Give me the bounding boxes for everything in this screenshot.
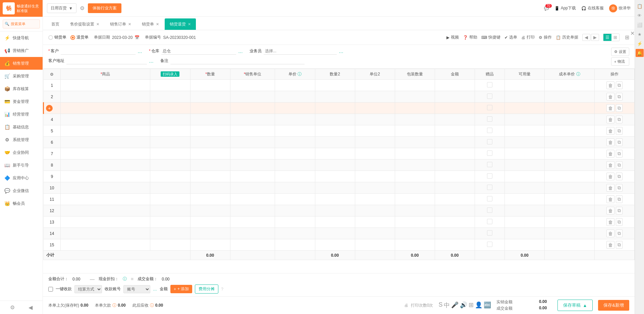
sidebar-item-guide[interactable]: 📖 新手引导	[0, 159, 43, 172]
unit2-input-4[interactable]	[357, 117, 393, 122]
unit2-input-2[interactable]	[357, 95, 393, 99]
row-unit2-14[interactable]	[355, 228, 395, 239]
app-download-link[interactable]: 📱 App下载	[554, 5, 576, 11]
product-input-11[interactable]	[63, 197, 148, 202]
row-delete-7[interactable]: 🗑	[606, 150, 614, 158]
row-unit2-8[interactable]	[355, 160, 395, 171]
pack-input-4[interactable]	[397, 117, 433, 122]
row-unit2-4[interactable]	[355, 114, 395, 125]
row-delete-14[interactable]: 🗑	[606, 230, 614, 237]
unit-input-9[interactable]	[232, 174, 273, 179]
gift-checkbox-10[interactable]	[487, 185, 492, 190]
row-product-7[interactable]	[60, 148, 150, 160]
row-copy-15[interactable]: ⧉	[616, 241, 623, 249]
row-unit-15[interactable]	[230, 239, 275, 251]
row-price-10[interactable]	[275, 182, 315, 194]
row-amount-12[interactable]	[435, 205, 475, 216]
row-pack-10[interactable]	[395, 182, 435, 194]
unit-input-14[interactable]	[232, 231, 273, 236]
row-price-8[interactable]	[275, 160, 315, 171]
amount-input-1[interactable]	[437, 83, 473, 88]
row-unit-6[interactable]	[230, 137, 275, 148]
sidebar-item-basics[interactable]: 📋 基础信息	[0, 121, 43, 133]
save-draft-button[interactable]: 保存草稿 ▲	[557, 300, 593, 311]
qty-input-5[interactable]	[193, 129, 228, 133]
row-amount-8[interactable]	[435, 160, 475, 171]
row-unit-3[interactable]	[230, 103, 275, 114]
row-price-14[interactable]	[275, 228, 315, 239]
row-qty-6[interactable]	[190, 137, 230, 148]
remark-input[interactable]	[170, 57, 305, 64]
pack-input-11[interactable]	[397, 197, 433, 202]
product-input-7[interactable]	[63, 151, 148, 156]
salesperson-input[interactable]	[264, 48, 337, 55]
amount-input-13[interactable]	[437, 220, 473, 225]
row-product-12[interactable]	[60, 205, 150, 216]
gift-checkbox-1[interactable]	[487, 82, 492, 87]
header-action-history[interactable]: 📋 历史单据	[556, 35, 578, 40]
row-pack-13[interactable]	[395, 216, 435, 228]
header-action-help[interactable]: ❓ 帮助	[463, 35, 477, 40]
scan-input-button[interactable]: 扫码录入	[161, 71, 179, 77]
price-input-10[interactable]	[277, 186, 313, 190]
row-pack-14[interactable]	[395, 228, 435, 239]
unit-input-11[interactable]	[232, 197, 273, 202]
account-select[interactable]: 账号	[123, 285, 150, 293]
unit-input-8[interactable]	[232, 163, 273, 168]
row-price-13[interactable]	[275, 216, 315, 228]
row-amount-3[interactable]	[435, 103, 475, 114]
row-copy-12[interactable]: ⧉	[616, 207, 623, 214]
gift-checkbox-9[interactable]	[487, 173, 492, 179]
qty2-input-13[interactable]	[317, 220, 353, 225]
row-copy-11[interactable]: ⧉	[616, 195, 623, 203]
tab-close-sale-order[interactable]: ✕	[128, 22, 131, 26]
row-unit2-5[interactable]	[355, 125, 395, 137]
unit2-input-1[interactable]	[357, 83, 393, 88]
row-price-5[interactable]	[275, 125, 315, 137]
amount-ellipsis[interactable]: …	[153, 287, 157, 292]
grid-view-button[interactable]: ☰	[603, 34, 611, 41]
sidebar-item-sales[interactable]: 💰 销售管理	[0, 57, 43, 70]
row-copy-9[interactable]: ⧉	[616, 173, 623, 180]
unit-input-15[interactable]	[232, 243, 273, 247]
unit-input-13[interactable]	[232, 220, 273, 225]
product-input-4[interactable]	[63, 117, 148, 122]
row-price-9[interactable]	[275, 171, 315, 182]
qty-input-12[interactable]	[193, 208, 228, 213]
discount-info-icon[interactable]: ⓘ	[123, 276, 127, 282]
row-qty2-6[interactable]	[315, 137, 355, 148]
sidebar-item-operations[interactable]: 📊 经营管理	[0, 108, 43, 121]
row-product-1[interactable]	[60, 80, 150, 91]
row-product-13[interactable]	[60, 216, 150, 228]
qty-input-8[interactable]	[193, 163, 228, 168]
qty2-input-4[interactable]	[317, 117, 353, 122]
row-amount-2[interactable]	[435, 91, 475, 103]
row-copy-3[interactable]: ⧉	[616, 104, 623, 112]
gift-checkbox-15[interactable]	[487, 242, 492, 247]
row-unit2-15[interactable]	[355, 239, 395, 251]
qty-input-6[interactable]	[193, 140, 228, 145]
row-qty-7[interactable]	[190, 148, 230, 160]
row-qty-10[interactable]	[190, 182, 230, 194]
row-pack-12[interactable]	[395, 205, 435, 216]
calc-method-select[interactable]: 结算方式	[74, 285, 102, 293]
gift-checkbox-11[interactable]	[487, 196, 492, 201]
unit2-input-15[interactable]	[357, 243, 393, 247]
header-action-operation[interactable]: ⚙ 操作	[539, 35, 552, 40]
sidebar-settings-icon[interactable]: ⚙	[10, 304, 15, 311]
message-icon[interactable]: 💬 70	[544, 6, 549, 11]
row-unit2-12[interactable]	[355, 205, 395, 216]
price-input-3[interactable]	[277, 106, 313, 111]
row-amount-7[interactable]	[435, 148, 475, 160]
row-delete-10[interactable]: 🗑	[606, 184, 614, 192]
row-delete-2[interactable]: 🗑	[606, 93, 614, 101]
gift-checkbox-4[interactable]	[487, 116, 492, 122]
row-unit2-1[interactable]	[355, 80, 395, 91]
row-qty2-4[interactable]	[315, 114, 355, 125]
unit2-input-6[interactable]	[357, 140, 393, 145]
amount-input-11[interactable]	[437, 197, 473, 202]
row-unit-13[interactable]	[230, 216, 275, 228]
price-input-13[interactable]	[277, 220, 313, 225]
row-product-4[interactable]	[60, 114, 150, 125]
right-panel-icon-4[interactable]: ★	[636, 30, 644, 38]
